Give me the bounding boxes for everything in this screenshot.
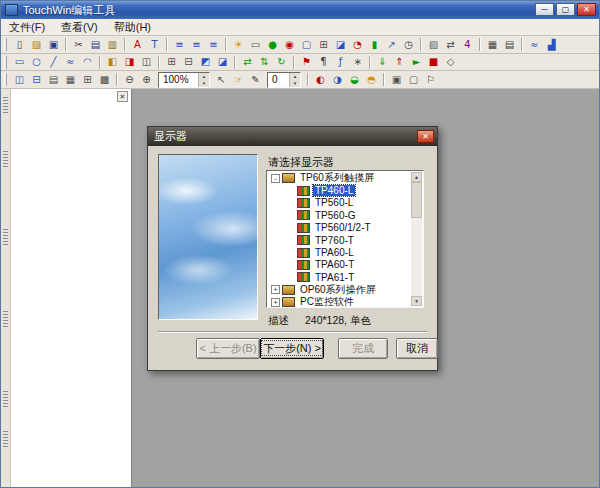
dock-gripper[interactable] <box>3 229 8 245</box>
open-icon[interactable]: ▨ <box>28 37 45 52</box>
flip-vertical-icon[interactable]: ⇅ <box>256 55 273 70</box>
tree-item[interactable]: TP760-T <box>268 234 411 246</box>
arrange-icon[interactable]: ▦ <box>62 72 79 87</box>
back-button[interactable]: < 上一步(B) <box>196 338 260 359</box>
tree-item[interactable]: TPA60-L <box>268 246 411 258</box>
chart-icon[interactable]: ◪ <box>332 37 349 52</box>
arc-icon[interactable]: ◠ <box>79 55 96 70</box>
tree-item[interactable]: TP560-L <box>268 197 411 209</box>
toolbar-gripper[interactable] <box>4 38 7 51</box>
lock-icon[interactable]: ▣ <box>388 72 405 87</box>
tree-expander-icon[interactable]: - <box>271 174 280 183</box>
upload-icon[interactable]: ⇑ <box>391 55 408 70</box>
menu-file[interactable]: 文件(F) <box>1 20 53 35</box>
state-yellow-icon[interactable]: ◓ <box>363 72 380 87</box>
border-icon[interactable]: ◫ <box>138 55 155 70</box>
dock-gripper[interactable] <box>3 431 8 447</box>
button-icon[interactable]: ▭ <box>247 37 264 52</box>
bring-front-icon[interactable]: ◩ <box>197 55 214 70</box>
unlock-icon[interactable]: ▢ <box>405 72 422 87</box>
tile-vertical-icon[interactable]: ⊟ <box>28 72 45 87</box>
tree-item[interactable]: TP460-L <box>268 184 411 196</box>
zoom-combo[interactable]: 100% ▴ ▾ <box>158 72 210 88</box>
dock-gripper[interactable] <box>3 391 8 407</box>
tree-item[interactable]: TP560-G <box>268 209 411 221</box>
alarm-icon[interactable]: ⚑ <box>298 55 315 70</box>
scrollbar-thumb[interactable] <box>411 182 422 218</box>
rect-icon[interactable]: ▭ <box>11 55 28 70</box>
menu-view[interactable]: 查看(V) <box>53 20 106 35</box>
dock-gripper[interactable] <box>3 311 8 327</box>
scroll-down-icon[interactable]: ▼ <box>411 296 422 306</box>
send-back-icon[interactable]: ◪ <box>214 55 231 70</box>
offline-icon[interactable]: ◇ <box>442 55 459 70</box>
ellipse-icon[interactable]: ○ <box>28 55 45 70</box>
tree-item[interactable]: - TP60系列触摸屏 <box>268 172 411 184</box>
align-center-icon[interactable]: ≡ <box>188 37 205 52</box>
zoom-spinner[interactable]: ▴ ▾ <box>198 73 209 87</box>
trend-icon[interactable]: ↗ <box>383 37 400 52</box>
toolbar-gripper[interactable] <box>4 56 7 69</box>
flip-horizontal-icon[interactable]: ⇄ <box>239 55 256 70</box>
bargraph-icon[interactable]: ▮ <box>366 37 383 52</box>
panel-close-button[interactable]: ✕ <box>117 91 128 102</box>
settings-icon[interactable]: ∗ <box>349 55 366 70</box>
layer-spin[interactable]: 0 ▴ ▾ <box>267 72 301 88</box>
list-icon[interactable]: ▤ <box>501 37 518 52</box>
spin-up-icon[interactable]: ▴ <box>199 73 209 80</box>
function-icon[interactable]: ƒ <box>332 55 349 70</box>
spin-down-icon[interactable]: ▾ <box>199 80 209 87</box>
stop-icon[interactable]: ■ <box>425 55 442 70</box>
tree-expander-icon[interactable]: + <box>271 298 280 307</box>
group-objects-icon[interactable]: ⊞ <box>163 55 180 70</box>
finish-button[interactable]: 完成 <box>338 338 388 359</box>
ungroup-icon[interactable]: ⊟ <box>180 55 197 70</box>
title-bar[interactable]: TouchWin编辑工具 ─ ▢ ✕ <box>1 1 599 19</box>
rotate-icon[interactable]: ↻ <box>273 55 290 70</box>
indicator-icon[interactable]: ● <box>264 37 281 52</box>
histogram-icon[interactable]: ▟ <box>543 37 560 52</box>
note-icon[interactable]: ¶ <box>315 55 332 70</box>
flag-icon[interactable]: ⚐ <box>422 72 439 87</box>
pointer-icon[interactable]: ↖ <box>213 72 230 87</box>
close-button[interactable]: ✕ <box>577 3 596 16</box>
dock-gripper[interactable] <box>3 151 8 167</box>
align-right-icon[interactable]: ≡ <box>205 37 222 52</box>
run-icon[interactable]: ► <box>408 55 425 70</box>
keypad-icon[interactable]: ⊞ <box>315 37 332 52</box>
next-button[interactable]: 下一步(N) > <box>260 338 324 359</box>
scrollbar-track[interactable] <box>411 218 422 296</box>
move-icon[interactable]: ⇄ <box>442 37 459 52</box>
state-red-icon[interactable]: ◐ <box>312 72 329 87</box>
polyline-icon[interactable]: ≈ <box>62 55 79 70</box>
clock-icon[interactable]: ◷ <box>400 37 417 52</box>
cascade-icon[interactable]: ▤ <box>45 72 62 87</box>
grid-icon[interactable]: ▩ <box>96 72 113 87</box>
font-icon[interactable]: A <box>129 37 146 52</box>
state-green-icon[interactable]: ◒ <box>346 72 363 87</box>
new-icon[interactable]: ▯ <box>11 37 28 52</box>
screen-icon[interactable]: ▢ <box>298 37 315 52</box>
pen-icon[interactable]: ✎ <box>247 72 264 87</box>
dialog-title-bar[interactable]: 显示器 <box>148 127 437 146</box>
tree-item[interactable]: + PC监控软件 <box>268 296 411 308</box>
align-grid-icon[interactable]: ⊞ <box>79 72 96 87</box>
line-icon[interactable]: ╱ <box>45 55 62 70</box>
lamp-icon[interactable]: ☀ <box>230 37 247 52</box>
switch-icon[interactable]: ◉ <box>281 37 298 52</box>
cut-icon[interactable]: ✂ <box>70 37 87 52</box>
text-icon[interactable]: T <box>146 37 163 52</box>
spin-down-icon[interactable]: ▾ <box>290 80 300 87</box>
dock-gripper[interactable] <box>3 97 8 113</box>
tile-horizontal-icon[interactable]: ◫ <box>11 72 28 87</box>
tree-item[interactable]: TP560/1/2-T <box>268 222 411 234</box>
cancel-button[interactable]: 取消 <box>396 338 438 359</box>
layer4-icon[interactable]: 4 <box>459 37 476 52</box>
state-blue-icon[interactable]: ◑ <box>329 72 346 87</box>
fill-icon[interactable]: ◧ <box>104 55 121 70</box>
zoom-out-icon[interactable]: ⊖ <box>121 72 138 87</box>
dialog-close-button[interactable]: ✕ <box>417 130 434 143</box>
save-icon[interactable]: ▣ <box>45 37 62 52</box>
maximize-button[interactable]: ▢ <box>556 3 575 16</box>
tree-expander-icon[interactable]: + <box>271 285 280 294</box>
